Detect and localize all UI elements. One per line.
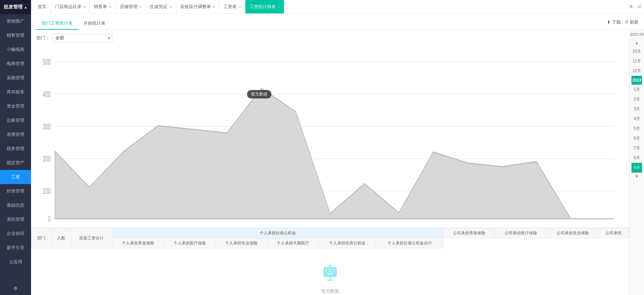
sidebar-item-云应用[interactable]: 云应用 [0, 255, 31, 269]
table-section[interactable]: 部门 人数 应发工资合计 个人承担社保公积金 公司承担养老保险 公司承担医疗保险… [31, 228, 629, 295]
col-department: 部门 [31, 228, 51, 248]
svg-text:100: 100 [43, 186, 51, 196]
col-per-med: 个人承担医疗保险 [164, 238, 215, 248]
tab-label: 销售单 [94, 4, 107, 10]
sidebar-item-销售管理[interactable]: 销售管理 [0, 28, 31, 42]
col-people: 人数 [51, 228, 71, 248]
content-area: 部门工资统计表月份统计表 ⬇ 下载 ↺ 刷新 部门： [31, 13, 644, 295]
sidebar-item-营销推广[interactable]: 营销推广 [0, 14, 31, 28]
date-item-9月[interactable]: 9月 [632, 163, 642, 173]
svg-rect-13 [323, 267, 337, 277]
tab-bar-refresh[interactable]: ↺ [637, 4, 641, 9]
tab-close-icon[interactable]: × [169, 5, 171, 9]
date-item-3月[interactable]: 3月 [632, 104, 642, 114]
sidebar-item-工资[interactable]: 工资 [0, 170, 31, 184]
sidebar-item-采购管理[interactable]: 采购管理 [0, 71, 31, 85]
sub-tab-actions: ⬇ 下载 ↺ 刷新 [607, 19, 639, 28]
col-company-unemp: 公司承担失业保险 [547, 228, 598, 238]
tab-label: 应收应付调整单 [180, 4, 211, 10]
content-body: 部门： 全部 500 400 300 200 100 [31, 30, 644, 295]
tab-工资统计报表[interactable]: 工资统计报表× [245, 0, 284, 13]
tab-生成凭证[interactable]: 生成凭证× [146, 0, 176, 13]
sidebar-item-小畅电商[interactable]: 小畅电商 [0, 42, 31, 57]
sidebar-item-发票管理[interactable]: 发票管理 [0, 127, 31, 142]
tab-label: 店铺管理 [120, 4, 137, 10]
col-per-house: 个人承担住房公积金 [319, 238, 376, 248]
sidebar-title: 批发管理 ▲ [0, 0, 31, 14]
sidebar-item-固定资产[interactable]: 固定资产 [0, 156, 31, 170]
sidebar-item-企业协同[interactable]: 企业协同 [0, 227, 31, 241]
svg-text:400: 400 [43, 90, 51, 99]
sidebar-item-基础信息[interactable]: 基础信息 [0, 198, 31, 212]
tab-门店商品目录[interactable]: 门店商品目录× [51, 0, 90, 13]
date-months-container: 10月11月12月20221月2月3月4月5月6月7月8月9月 [632, 47, 642, 173]
tab-应收应付调整单[interactable]: 应收应付调整单× [176, 0, 219, 13]
tabs-container: 首页门店商品目录×销售单×店铺管理×生成凭证×应收应付调整单×工资表×工资统计报… [34, 0, 284, 13]
date-up-arrow[interactable]: ▲ [634, 39, 640, 47]
content-main: 部门： 全部 500 400 300 200 100 [31, 30, 629, 295]
svg-text:300: 300 [43, 122, 51, 131]
date-sidebar: 2022.09 ▲ 10月11月12月20221月2月3月4月5月6月7月8月9… [629, 30, 644, 295]
department-select-wrapper: 全部 [52, 34, 113, 42]
col-company-old: 公司承担养老保险 [444, 228, 495, 238]
filter-label: 部门： [36, 35, 50, 41]
svg-text:500: 500 [43, 57, 51, 66]
date-item-10月[interactable]: 10月 [632, 47, 642, 56]
sidebar-item-总账管理[interactable]: 总账管理 [0, 113, 31, 127]
refresh-button[interactable]: ↺ 刷新 [625, 19, 639, 25]
sidebar-item-电商管理[interactable]: 电商管理 [0, 57, 31, 71]
date-item-6月[interactable]: 6月 [632, 134, 642, 143]
tab-首页[interactable]: 首页 [34, 0, 51, 13]
col-company-other: 公司承担 [598, 228, 629, 238]
sub-tabs: 部门工资统计表月份统计表 ⬇ 下载 ↺ 刷新 [31, 13, 644, 30]
svg-marker-12 [55, 88, 614, 219]
download-button[interactable]: ⬇ 下载 [607, 19, 621, 25]
tab-bar-close-button[interactable]: ✕ [626, 2, 636, 11]
date-item-8月[interactable]: 8月 [632, 153, 642, 163]
tab-label: 工资表 [223, 4, 237, 10]
date-item-5月[interactable]: 5月 [632, 124, 642, 134]
subtab-月份统计表[interactable]: 月份统计表 [78, 18, 111, 30]
date-item-4月[interactable]: 4月 [632, 114, 642, 124]
sidebar-item-系统管理[interactable]: 系统管理 [0, 212, 31, 227]
subtab-部门工资统计表[interactable]: 部门工资统计表 [36, 18, 78, 30]
col-per-unemp: 个人承担失业保险 [215, 238, 267, 248]
date-item-2月[interactable]: 2月 [632, 94, 642, 104]
tab-close-icon[interactable]: × [278, 5, 280, 9]
svg-rect-19 [327, 279, 333, 281]
col-per-total: 个人承担社保公积金合计 [376, 238, 443, 248]
sidebar-item-库存核算[interactable]: 库存核算 [0, 85, 31, 99]
tab-label: 首页 [38, 4, 47, 10]
date-item-7月[interactable]: 7月 [632, 143, 642, 153]
date-item-1月[interactable]: 1月 [632, 85, 642, 94]
date-item-12月[interactable]: 12月 [632, 66, 642, 76]
col-group-personal: 个人承担社保公积金 [112, 228, 444, 238]
date-down-arrow[interactable]: ▼ [634, 173, 640, 180]
tab-label: 生成凭证 [150, 4, 167, 10]
svg-text:200: 200 [43, 154, 51, 163]
svg-point-21 [331, 270, 333, 272]
sidebar-item-新手引导[interactable]: 新手引导 [0, 241, 31, 255]
empty-state: 暂无数据 [31, 248, 629, 295]
tab-close-icon[interactable]: × [109, 5, 111, 9]
sidebar-item-税务管理[interactable]: 税务管理 [0, 142, 31, 156]
tab-close-icon[interactable]: × [83, 5, 85, 9]
tab-店铺管理[interactable]: 店铺管理× [116, 0, 146, 13]
date-item-2022[interactable]: 2022 [632, 76, 642, 85]
settings-button[interactable]: ⚙ [0, 282, 31, 295]
sidebar-item-资金管理[interactable]: 资金管理 [0, 99, 31, 113]
tab-工资表[interactable]: 工资表× [219, 0, 245, 13]
date-item-11月[interactable]: 11月 [632, 56, 642, 66]
department-select[interactable]: 全部 [52, 34, 113, 42]
data-table: 部门 人数 应发工资合计 个人承担社保公积金 公司承担养老保险 公司承担医疗保险… [31, 228, 629, 248]
sidebar-items: 营销推广销售管理小畅电商电商管理采购管理库存核算资金管理总账管理发票管理税务管理… [0, 14, 31, 269]
tab-close-icon[interactable]: × [213, 5, 215, 9]
chart-svg: 500 400 300 200 100 0 [38, 52, 622, 228]
empty-text: 暂无数据 [321, 288, 339, 294]
tab-label: 工资统计报表 [249, 4, 276, 10]
tab-close-icon[interactable]: × [239, 5, 241, 9]
sidebar: 批发管理 ▲ 营销推广销售管理小畅电商电商管理采购管理库存核算资金管理总账管理发… [0, 0, 31, 295]
sidebar-item-经营管理[interactable]: 经营管理 [0, 184, 31, 198]
tab-销售单[interactable]: 销售单× [90, 0, 115, 13]
tab-close-icon[interactable]: × [139, 5, 141, 9]
